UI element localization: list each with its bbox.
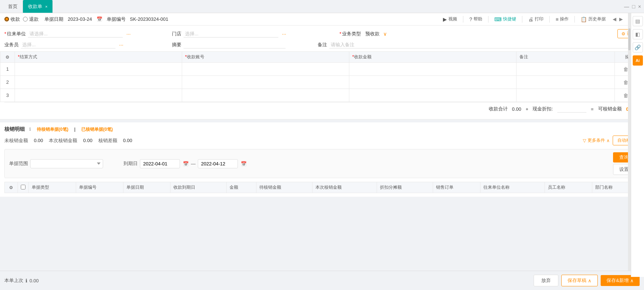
maximize-icon[interactable]: □ <box>632 4 635 9</box>
radio-receipt[interactable]: 收款 <box>4 16 20 23</box>
hexiao-info-icon[interactable]: ℹ <box>29 127 31 132</box>
shortcut-btn[interactable]: ⌨ 快捷键 <box>492 15 518 23</box>
delete-row-3-btn[interactable]: 🗑 <box>623 93 628 98</box>
row-num-3: 3 <box>0 89 15 102</box>
tab-receipt[interactable]: 收款单 × <box>23 0 53 13</box>
row-settle-2[interactable] <box>15 76 182 89</box>
bottom-th-staff: 员工名称 <box>545 182 592 193</box>
biz-type-field: 业务类型 预收款 ∨ <box>339 31 387 37</box>
actions-btn[interactable]: ≡ 操作 <box>553 15 571 23</box>
staff-more-btn[interactable]: ··· <box>119 42 123 48</box>
tab-close-icon[interactable]: × <box>45 4 47 9</box>
close-window-icon[interactable]: × <box>638 4 641 9</box>
minimize-icon[interactable]: — <box>624 4 629 9</box>
summary-label: 摘要 <box>172 42 181 48</box>
diff-label: 核销差额 <box>98 137 117 144</box>
scrollbar-thumb[interactable] <box>628 28 631 50</box>
bottom-table: ⚙ 单据类型 单据编号 单据日期 收款到期日 金额 待核销金额 本次核销金额 折… <box>4 182 640 193</box>
sidebar-ai-icon[interactable]: Ai <box>633 55 643 66</box>
hexiao-title-text: 核销明细 <box>4 126 25 133</box>
bottom-th-type: 单据类型 <box>29 182 76 193</box>
hexiao-section: 核销明细 ℹ 待核销单据(0笔) | 已核销单据(0笔) 未核销金额 0.00 … <box>0 122 644 197</box>
total-val: 0.00 <box>512 106 521 112</box>
row-account-3[interactable] <box>182 89 349 102</box>
counterparty-input[interactable] <box>28 30 123 38</box>
counterparty-more-btn[interactable]: ··· <box>126 31 131 37</box>
calendar-icon[interactable]: 📅 <box>97 16 102 22</box>
tab-sep: | <box>74 127 75 132</box>
prev-arrow[interactable]: ◀ <box>612 16 617 22</box>
staff-input[interactable] <box>21 41 115 48</box>
th-remarks: 备注 <box>516 52 614 63</box>
available-label: 可核销金额 <box>598 106 622 112</box>
sidebar-link-icon[interactable]: 🔗 <box>633 42 643 52</box>
summary-field: 摘要 <box>172 41 303 48</box>
tab-pending[interactable]: 待核销单据(0笔) <box>35 126 70 133</box>
counterparty-label: 往来单位 <box>4 31 26 37</box>
doc-no-value: SK-20230324-001 <box>130 16 169 22</box>
row-amount-1[interactable] <box>349 63 516 76</box>
print-btn[interactable]: 🖨 打印 <box>526 15 546 23</box>
video-btn[interactable]: ▶ 视频 <box>441 15 459 23</box>
receipt-refund-radio: 收款 退款 <box>4 16 39 23</box>
select-all-checkbox[interactable] <box>21 185 25 189</box>
date-label: 到期日 <box>123 160 138 167</box>
delete-row-2-btn[interactable]: 🗑 <box>623 79 628 85</box>
store-input[interactable] <box>184 30 278 38</box>
bottom-th-no: 单据编号 <box>76 182 123 193</box>
hexiao-stats: 未核销金额 0.00 本次核销金额 0.00 核销差额 0.00 ▽ 更多条件 … <box>4 136 640 145</box>
actions-icon: ≡ <box>555 16 558 22</box>
range-select[interactable] <box>30 159 103 168</box>
row-settle-1[interactable] <box>15 63 182 76</box>
tab-done[interactable]: 已核销单据(0笔) <box>80 126 114 133</box>
right-sidebar: ▤ ◧ 🔗 Ai <box>631 13 644 197</box>
bottom-th-check <box>18 182 29 193</box>
bottom-th-date: 单据日期 <box>123 182 170 193</box>
row-remark-2[interactable] <box>516 76 614 89</box>
bottom-th-amount: 金额 <box>227 182 256 193</box>
store-more-btn[interactable]: ··· <box>282 31 286 37</box>
table-gear-th[interactable]: ⚙ <box>0 52 15 63</box>
row-account-2[interactable] <box>182 76 349 89</box>
unchecked-val: 0.00 <box>34 138 43 143</box>
doc-date-value: 2023-03-24 <box>68 16 92 22</box>
row-remark-1[interactable] <box>516 63 614 76</box>
bottom-th-counterparty: 往来单位名称 <box>480 182 545 193</box>
date-from-input[interactable] <box>140 159 180 168</box>
date-sep: — <box>191 161 196 166</box>
cal-from-icon[interactable]: 📅 <box>183 161 189 166</box>
discount-input[interactable] <box>557 105 586 113</box>
delete-row-1-btn[interactable]: 🗑 <box>623 66 628 72</box>
remarks-input[interactable] <box>329 41 640 48</box>
row-account-1[interactable] <box>182 63 349 76</box>
next-arrow[interactable]: ▶ <box>618 16 624 22</box>
receipt-table: ⚙ *结算方式 *收款账号 *收款金额 备注 操作 1 <box>0 51 644 102</box>
nav-arrows: ◀ ▶ <box>612 16 624 22</box>
help-btn[interactable]: ? 帮助 <box>467 15 484 23</box>
bottom-th-discount: 折扣分摊额 <box>377 182 433 193</box>
row-amount-2[interactable] <box>349 76 516 89</box>
settings-gear-icon: ⚙ <box>621 31 625 36</box>
tab-home[interactable]: 首页 <box>3 0 23 13</box>
biz-type-dropdown[interactable]: ∨ <box>383 31 387 37</box>
row-amount-3[interactable] <box>349 89 516 102</box>
sidebar-table-icon[interactable]: ▤ <box>633 16 643 26</box>
tab-bar-right: — □ × <box>624 4 641 9</box>
more-conditions-btn[interactable]: ▽ 更多条件 ∧ <box>583 137 610 144</box>
row-remark-3[interactable] <box>516 89 614 102</box>
history-btn[interactable]: 📋 历史单据 <box>578 15 608 23</box>
summary-input[interactable] <box>184 41 286 48</box>
bottom-th-gear[interactable]: ⚙ <box>5 182 18 193</box>
receipt-table-section: ⚙ *结算方式 *收款账号 *收款金额 备注 操作 1 <box>0 51 644 102</box>
row-settle-3[interactable] <box>15 89 182 102</box>
store-field: 门店 ··· <box>172 30 325 38</box>
filter-icon: ▽ <box>583 138 586 143</box>
sidebar-layout-icon[interactable]: ◧ <box>633 29 643 39</box>
row-num-1: 1 <box>0 63 15 76</box>
radio-refund[interactable]: 退款 <box>23 16 39 23</box>
date-to-input[interactable] <box>198 159 238 168</box>
scrollbar[interactable] <box>628 13 631 197</box>
help-icon: ? <box>469 16 472 22</box>
cal-to-icon[interactable]: 📅 <box>241 161 247 166</box>
staff-label: 业务员 <box>4 42 19 48</box>
